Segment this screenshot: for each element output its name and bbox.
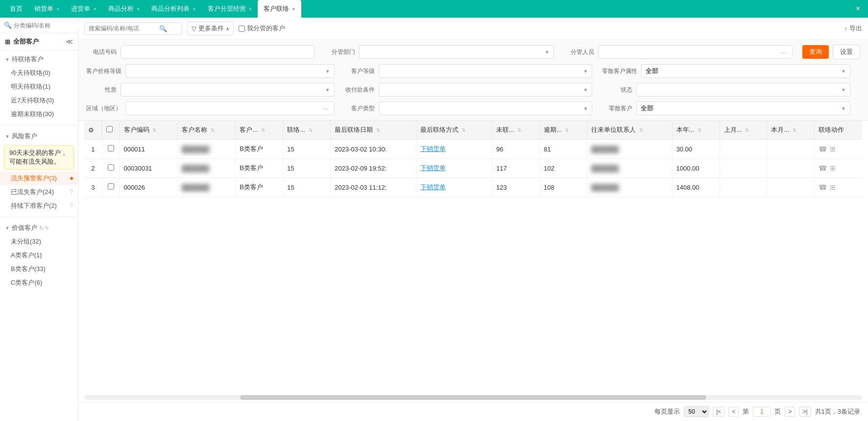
filter-input-phone[interactable] xyxy=(121,45,315,59)
first-page-button[interactable]: |< xyxy=(713,407,724,417)
row-checkbox-3[interactable] xyxy=(102,178,120,197)
filter-select-customer-level[interactable]: ▼ xyxy=(379,64,593,78)
sidebar-item-class-b[interactable]: B类客户(33) xyxy=(0,262,78,276)
sidebar-group-pending[interactable]: ▼ 待联络客户 xyxy=(0,52,78,66)
col-contact-person[interactable]: 往来单位联系人 ⇅ xyxy=(587,121,672,140)
page-number-input[interactable] xyxy=(753,407,771,417)
edit-icon[interactable]: ✎ xyxy=(45,225,49,231)
sidebar-item-overdue-contact[interactable]: 逾期未联络(30) xyxy=(0,107,78,121)
contact-icon-2[interactable]: ☎ xyxy=(819,164,827,172)
last-method-link-2[interactable]: 下销货单 xyxy=(420,164,446,172)
col-last-month[interactable]: 上月... ⇅ xyxy=(720,121,767,140)
col-name[interactable]: 客户名称 ⇅ xyxy=(177,121,235,140)
row-check-1[interactable] xyxy=(108,145,114,151)
more-action-icon-3[interactable]: ⊞ xyxy=(830,183,836,191)
col-settings[interactable]: ⚙ xyxy=(84,121,102,140)
sidebar-item-class-c[interactable]: C类客户(6) xyxy=(0,276,78,290)
contact-icon-1[interactable]: ☎ xyxy=(819,145,827,153)
table-body: 1 000011 ██████ B类客户 15 2023-03-02 10:30… xyxy=(84,140,862,197)
nav-tab-customer-contact-close[interactable]: × xyxy=(292,6,295,12)
row-checkbox-1[interactable] xyxy=(102,140,120,159)
query-button[interactable]: 查询 xyxy=(802,45,829,59)
nav-tab-analysis-list[interactable]: 商品分析列表 × xyxy=(145,0,201,18)
nav-tab-sales[interactable]: 销货单 × xyxy=(28,0,65,18)
filter-label-price-level: 客户价格等级 xyxy=(86,67,125,75)
filter-select-nature[interactable]: ▼ xyxy=(121,83,335,97)
col-last-method[interactable]: 最后联络方式 ⇅ xyxy=(416,121,492,140)
filter-search-input[interactable] xyxy=(89,25,157,32)
sort-icon-thismonth: ⇅ xyxy=(793,127,796,133)
col-customer-type[interactable]: 客户... ⇅ xyxy=(236,121,283,140)
last-method-link-1[interactable]: 下销货单 xyxy=(420,145,446,152)
filter-select-scatter[interactable]: 全部 ▼ xyxy=(636,101,850,115)
refresh-icon[interactable]: ↻ xyxy=(39,225,44,231)
nav-tab-customer-segmentation[interactable]: 客户分层经营 × xyxy=(202,0,258,18)
my-customers-checkbox[interactable] xyxy=(239,25,245,32)
filter-select-person[interactable]: ··· xyxy=(598,45,793,59)
sidebar-item-churned[interactable]: 已流失客户(24) ? xyxy=(0,185,78,199)
collapse-button[interactable]: ≪ xyxy=(66,38,73,46)
nav-tab-purchase[interactable]: 进货单 × xyxy=(65,0,102,18)
contact-icon-3[interactable]: ☎ xyxy=(819,183,827,191)
last-page-button[interactable]: >| xyxy=(799,407,811,417)
row-check-3[interactable] xyxy=(108,183,114,190)
sidebar-item-tomorrow[interactable]: 明天待联络(1) xyxy=(0,80,78,94)
nav-tab-home[interactable]: 首页 xyxy=(4,0,28,18)
col-code[interactable]: 客户编码 ⇅ xyxy=(120,121,177,140)
sidebar-item-today[interactable]: 今天待联络(0) xyxy=(0,66,78,80)
filter-select-scatter-attr[interactable]: 全部 ▼ xyxy=(641,64,850,78)
filter-select-price-level[interactable]: ▼ xyxy=(125,64,335,78)
filter-select-dept[interactable]: ▼ xyxy=(359,45,554,59)
col-this-month[interactable]: 本月... ⇅ xyxy=(767,121,815,140)
next-page-button[interactable]: > xyxy=(785,407,795,417)
more-action-icon-1[interactable]: ⊞ xyxy=(830,145,836,153)
sidebar-item-ungroup-label: 未分组(32) xyxy=(11,237,41,246)
export-button[interactable]: ↑ 导出 xyxy=(844,24,863,33)
col-contact[interactable]: 联络... ⇅ xyxy=(283,121,331,140)
sidebar-item-churn-warning[interactable]: 流失预警客户(3) xyxy=(0,172,78,185)
row-checkbox-2[interactable] xyxy=(102,159,120,178)
sidebar-item-declining[interactable]: 持续下滑客户(2) ? xyxy=(0,199,78,213)
action-icons-2: ☎ ⊞ xyxy=(819,164,858,172)
filter-label-payment: 收付款条件 xyxy=(344,86,379,94)
settings-icon[interactable]: ⚙ xyxy=(88,126,94,134)
filter-select-region[interactable]: ··· xyxy=(125,101,335,115)
nav-tab-analysis[interactable]: 商品分析 × xyxy=(102,0,145,18)
ellipsis-person[interactable]: ··· xyxy=(779,49,788,56)
sort-icon-person: ⇅ xyxy=(639,127,643,133)
col-last-date[interactable]: 最后联络日期 ⇅ xyxy=(331,121,416,140)
row-num-1: 1 xyxy=(84,140,102,159)
sidebar-item-7days[interactable]: 近7天待联络(0) xyxy=(0,94,78,107)
sidebar-item-class-a[interactable]: A类客户(1) xyxy=(0,248,78,262)
col-checkbox[interactable] xyxy=(102,121,120,140)
filter-select-customer-type[interactable]: ▼ xyxy=(379,101,593,115)
last-method-link-3[interactable]: 下销货单 xyxy=(420,183,446,191)
ellipsis-region[interactable]: ··· xyxy=(321,105,330,112)
nav-tab-purchase-close[interactable]: × xyxy=(93,6,96,12)
top-nav: 首页 销货单 × 进货单 × 商品分析 × 商品分析列表 × 客户分层经营 × … xyxy=(0,0,868,18)
col-uncontact[interactable]: 未联... ⇅ xyxy=(492,121,540,140)
select-all-checkbox[interactable] xyxy=(106,126,113,132)
prev-page-button[interactable]: < xyxy=(728,407,739,417)
nav-tab-customer-contact[interactable]: 客户联络 × xyxy=(258,0,301,18)
sidebar-item-ungroup[interactable]: 未分组(32) xyxy=(0,235,78,248)
more-action-icon-2[interactable]: ⊞ xyxy=(830,164,836,172)
settings-button[interactable]: 设置 xyxy=(833,45,860,59)
nav-tab-sales-close[interactable]: × xyxy=(56,6,59,12)
nav-tab-analysis-close[interactable]: × xyxy=(137,6,140,12)
more-conditions-button[interactable]: ▽ 更多条件 ∧ xyxy=(187,22,234,35)
row-check-2[interactable] xyxy=(108,164,114,171)
col-action: 联络动作 xyxy=(815,121,862,140)
filter-select-status[interactable]: ▼ xyxy=(636,83,850,97)
sidebar-search-input[interactable] xyxy=(14,22,87,29)
horizontal-scrollbar[interactable] xyxy=(78,391,868,402)
per-page-select[interactable]: 50 100 xyxy=(684,406,709,417)
window-close-button[interactable]: × xyxy=(852,4,864,13)
filter-select-payment[interactable]: ▼ xyxy=(379,83,593,97)
sidebar-group-value[interactable]: ▼ 价值客户 ↻ ✎ xyxy=(0,221,78,235)
col-this-year[interactable]: 本年... ⇅ xyxy=(672,121,720,140)
nav-tab-customer-segmentation-close[interactable]: × xyxy=(249,6,252,12)
nav-tab-analysis-list-close[interactable]: × xyxy=(193,6,195,12)
sidebar-group-risk[interactable]: ▼ 风险客户 xyxy=(0,129,78,143)
col-overdue[interactable]: 逾期... ⇅ xyxy=(539,121,587,140)
